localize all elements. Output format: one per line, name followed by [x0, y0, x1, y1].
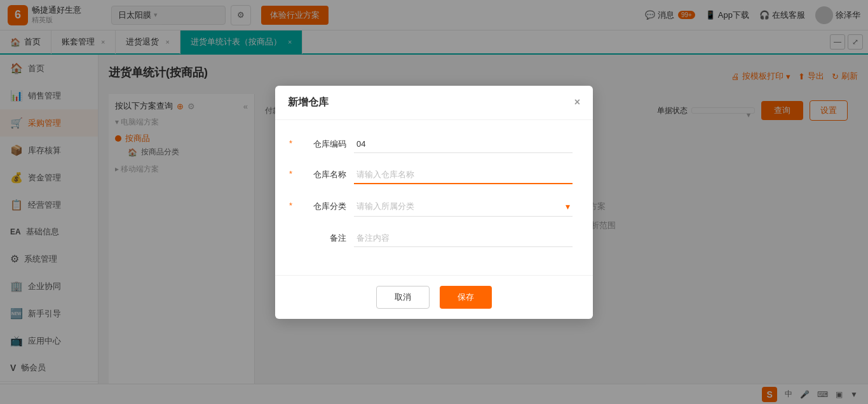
code-form-row: 仓库编码 [295, 135, 573, 153]
note-label: 备注 [295, 232, 346, 244]
cancel-button[interactable]: 取消 [376, 286, 430, 309]
category-form-row: 仓库分类 请输入所属分类 ▾ [295, 197, 573, 217]
note-form-row: 备注 [295, 229, 573, 247]
dialog-header: 新增仓库 × [275, 86, 593, 120]
category-select[interactable]: 请输入所属分类 ▾ [354, 197, 573, 217]
name-form-row: 仓库名称 [295, 166, 573, 184]
save-button[interactable]: 保存 [440, 286, 492, 309]
category-placeholder: 请输入所属分类 [356, 201, 414, 212]
category-dropdown-icon: ▾ [566, 201, 570, 212]
category-label: 仓库分类 [295, 201, 346, 212]
note-input[interactable] [354, 229, 573, 247]
dialog-close-button[interactable]: × [574, 97, 580, 107]
dialog-title: 新增仓库 [288, 96, 329, 109]
dialog-body: 仓库编码 仓库名称 仓库分类 请输入所属分类 ▾ 备注 [275, 120, 593, 275]
dialog-footer: 取消 保存 [275, 275, 593, 319]
name-input[interactable] [354, 166, 573, 184]
code-label: 仓库编码 [295, 138, 346, 150]
name-label: 仓库名称 [295, 169, 346, 180]
new-warehouse-dialog: 新增仓库 × 仓库编码 仓库名称 仓库分类 请输入所属分类 ▾ [275, 86, 593, 319]
modal-overlay[interactable]: 新增仓库 × 仓库编码 仓库名称 仓库分类 请输入所属分类 ▾ [0, 0, 868, 404]
code-input[interactable] [354, 135, 573, 153]
